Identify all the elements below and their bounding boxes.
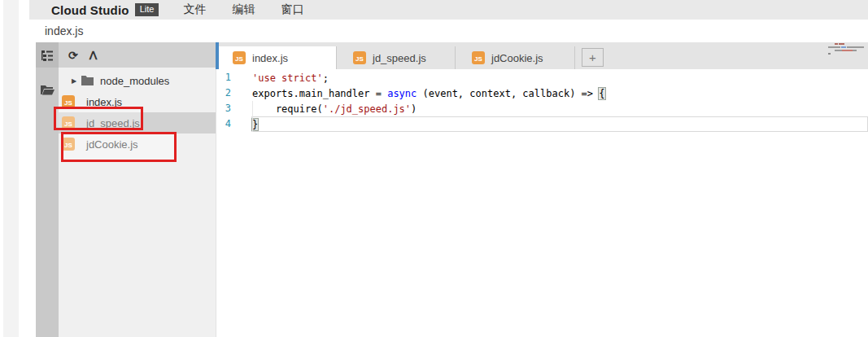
app-logo: Cloud Studio [51, 3, 129, 17]
tree-outline-icon [41, 50, 54, 61]
code-line-3[interactable]: 3 require('./jd_speed.js') [216, 101, 868, 116]
active-panel-accent-bar [216, 42, 219, 69]
lite-badge: Lite [135, 3, 159, 16]
line-number: 4 [216, 116, 251, 132]
code-text: require('./jd_speed.js') [251, 101, 868, 116]
files-view-button[interactable] [36, 77, 59, 103]
tree-item-index-js[interactable]: JS index.js [59, 91, 216, 112]
js-file-icon: JS [472, 51, 485, 64]
code-line-2[interactable]: 2 exports.main_handler = async (event, c… [216, 85, 868, 101]
tab-label: jdCookie.js [491, 52, 543, 64]
menu-edit[interactable]: 编辑 [232, 2, 281, 17]
refresh-icon[interactable]: ⟳ [68, 50, 78, 61]
explorer-view-button[interactable] [36, 42, 59, 68]
js-file-icon: JS [62, 95, 75, 108]
activity-bar [36, 42, 59, 337]
js-file-icon: JS [353, 51, 366, 64]
code-text-current-line: } [251, 116, 868, 132]
cloud-studio-window: Cloud Studio Lite 文件 编辑 窗口 index.js [0, 0, 868, 337]
minimap[interactable] [828, 43, 866, 56]
tab-jdcookie-js[interactable]: JS jdCookie.js [456, 46, 575, 69]
code-text: exports.main_handler = async (event, con… [251, 85, 868, 101]
window-edge-strip [3, 0, 19, 337]
code-text: 'use strict'; [251, 70, 868, 85]
menu-file[interactable]: 文件 [183, 2, 232, 17]
js-file-icon: JS [62, 116, 75, 129]
code-line-4[interactable]: 4 } [216, 116, 868, 132]
code-editor[interactable]: 1 'use strict'; 2 exports.main_handler =… [216, 69, 868, 132]
plus-icon: + [589, 51, 596, 63]
file-tree: ▶ node_modules JS index.js JS [59, 68, 216, 155]
explorer-toolbar: ⟳ ᐱ [59, 42, 216, 68]
tab-label: jd_speed.js [373, 52, 426, 64]
js-file-icon: JS [62, 138, 75, 151]
file-explorer-panel: ⟳ ᐱ ▶ node_modules JS [59, 42, 216, 337]
open-folder-icon [41, 85, 55, 95]
line-number: 3 [216, 101, 251, 116]
tree-item-label: jd_speed.js [86, 117, 140, 129]
indent-guide [252, 101, 253, 132]
breadcrumb-filename[interactable]: index.js [45, 24, 83, 37]
tree-item-node-modules[interactable]: ▶ node_modules [59, 70, 216, 91]
folder-icon [81, 76, 94, 85]
new-tab-button[interactable]: + [582, 48, 604, 67]
collapse-all-icon[interactable]: ᐱ [89, 50, 98, 61]
chevron-right-icon[interactable]: ▶ [72, 77, 80, 85]
tree-item-label: index.js [86, 96, 122, 108]
app-frame: Cloud Studio Lite 文件 编辑 窗口 index.js [29, 0, 868, 337]
tree-item-jd-speed-js[interactable]: JS jd_speed.js [59, 112, 216, 133]
tab-label: index.js [252, 52, 288, 64]
menu-items: 文件 编辑 窗口 [183, 2, 329, 17]
tab-index-js[interactable]: JS index.js [216, 46, 336, 69]
editor-group: JS index.js JS jd_speed.js JS jdCookie.j… [216, 42, 868, 337]
workbench: ⟳ ᐱ ▶ node_modules JS [29, 42, 868, 337]
line-number: 1 [216, 70, 251, 85]
editor-tab-bar: JS index.js JS jd_speed.js JS jdCookie.j… [216, 42, 868, 69]
tree-item-label: node_modules [100, 75, 169, 87]
menu-bar: Cloud Studio Lite 文件 编辑 窗口 [29, 0, 868, 20]
breadcrumb: index.js [29, 20, 868, 42]
tree-item-jdcookie-js[interactable]: JS jdCookie.js [59, 133, 216, 155]
tab-jd-speed-js[interactable]: JS jd_speed.js [336, 46, 456, 69]
code-line-1[interactable]: 1 'use strict'; [216, 70, 868, 85]
menu-window[interactable]: 窗口 [281, 2, 329, 17]
tree-item-label: jdCookie.js [86, 138, 138, 151]
js-file-icon: JS [233, 51, 246, 64]
line-number: 2 [216, 85, 251, 101]
